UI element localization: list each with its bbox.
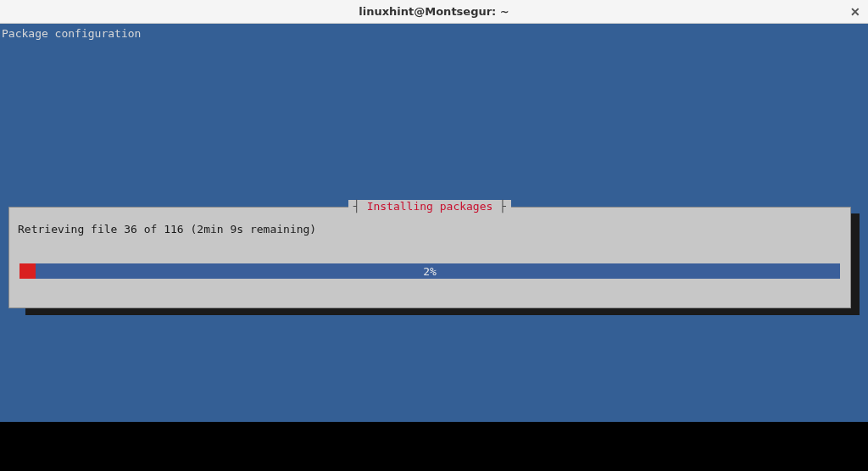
terminal-window: linuxhint@Montsegur: ~ ✕ Package configu… <box>0 0 868 471</box>
terminal-content: Package configuration Installing package… <box>0 24 868 471</box>
dialog-title: Installing packages <box>348 200 511 213</box>
dialog-status-text: Retrieving file 36 of 116 (2min 9s remai… <box>18 223 316 236</box>
progress-percent-label: 2% <box>423 265 437 278</box>
close-icon[interactable]: ✕ <box>849 6 861 18</box>
window-title: linuxhint@Montsegur: ~ <box>359 5 509 18</box>
progress-bar: 2% <box>19 263 840 279</box>
terminal-bottom-strip <box>0 422 868 471</box>
package-config-header: Package configuration <box>2 27 141 40</box>
window-titlebar[interactable]: linuxhint@Montsegur: ~ ✕ <box>0 0 868 24</box>
install-dialog: Installing packages Retrieving file 36 o… <box>8 207 851 308</box>
progress-fill <box>19 263 36 279</box>
dialog-title-wrap: Installing packages <box>9 200 850 213</box>
